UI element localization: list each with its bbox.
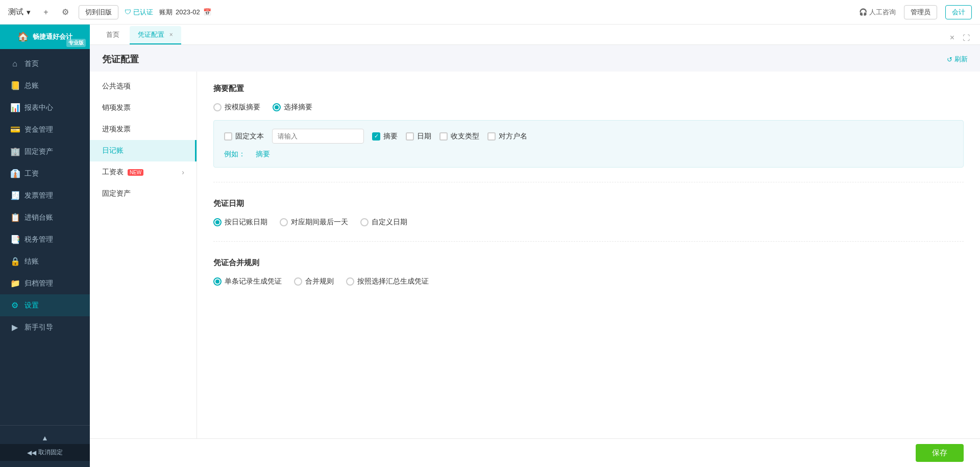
sidebar-item-label: 进销台账 [24, 213, 53, 222]
close-period-icon: 🔒 [10, 256, 19, 266]
sidebar-item-label: 资金管理 [24, 125, 53, 134]
sidebar-item-label: 税务管理 [24, 235, 53, 244]
sidebar-item-asset[interactable]: 🏢 固定资产 [0, 141, 90, 162]
calendar-icon[interactable]: 📅 [203, 8, 211, 16]
sidebar-logo: 🏠 畅捷通好会计 专业版 [0, 25, 90, 49]
certified-badge: 🛡 已认证 [125, 8, 153, 17]
template-summary-radio-circle [213, 103, 222, 111]
sidebar-bottom: ▲ ◀◀ 取消固定 [0, 425, 90, 467]
project-name: 测试 [8, 7, 23, 17]
merge-section: 凭证合并规则 单条记录生成凭证 合并规则 [213, 258, 964, 300]
period-info: 账期 2023-02 📅 [159, 8, 211, 17]
settings-icon[interactable]: ⚙ [58, 5, 72, 19]
sidebar-item-home[interactable]: ⌂ 首页 [0, 53, 90, 75]
sidebar-item-label: 固定资产 [24, 147, 53, 156]
bottom-bar: 保存 [90, 438, 980, 467]
merge-rule-radio[interactable]: 合并规则 [294, 277, 334, 286]
sidebar-item-label: 首页 [24, 59, 39, 68]
sidebar-item-archive[interactable]: 📁 归档管理 [0, 272, 90, 294]
date-section: 凭证日期 按日记账日期 对应期间最后一天 [213, 199, 964, 242]
switch-old-button[interactable]: 切到旧版 [79, 5, 118, 19]
voucher-inner: 公共选项 销项发票 进项发票 日记账 工资表 NEW [90, 72, 980, 438]
custom-date-radio[interactable]: 自定义日期 [360, 218, 407, 227]
sidebar-item-ledger[interactable]: 📒 总账 [0, 75, 90, 97]
topbar: 测试 ▾ + ⚙ 切到旧版 🛡 已认证 账期 2023-02 📅 🎧 人工咨询 … [0, 0, 980, 25]
merge-radio-group: 单条记录生成凭证 合并规则 按照选择汇总生成凭证 [213, 277, 964, 286]
chevron-icon: › [182, 168, 184, 176]
fixed-text-checkbox[interactable]: 固定文本 [224, 132, 264, 141]
add-button[interactable]: + [39, 5, 53, 19]
accountant-button[interactable]: 会计 [945, 5, 972, 19]
settings-sidebar-icon: ⚙ [10, 300, 19, 310]
sidebar-item-label: 工资 [24, 169, 39, 178]
example-label: 例如： [224, 150, 246, 159]
example-row: 例如： 摘要 [224, 150, 953, 159]
tab-bar-controls: × ⛶ [948, 31, 972, 44]
wage-icon: 👔 [10, 169, 19, 178]
new-badge: NEW [128, 169, 143, 176]
tab-voucher-config[interactable]: 凭证配置 × [130, 26, 181, 44]
single-record-radio[interactable]: 单条记录生成凭证 [213, 277, 282, 286]
date-checkbox[interactable]: 日期 [406, 132, 431, 141]
select-summary-radio[interactable]: 选择摘要 [273, 103, 312, 112]
counterparty-checkbox-box [487, 132, 496, 141]
fund-icon: 💳 [10, 125, 19, 134]
refresh-button[interactable]: ↺ 刷新 [947, 55, 968, 64]
counterparty-checkbox[interactable]: 对方户名 [487, 132, 527, 141]
select-merge-radio[interactable]: 按照选择汇总生成凭证 [346, 277, 429, 286]
summary-title: 摘要配置 [213, 84, 964, 94]
refresh-icon: ↺ [947, 56, 952, 63]
fixed-text-checkbox-box [224, 132, 232, 141]
merge-title: 凭证合并规则 [213, 258, 964, 268]
save-button[interactable]: 保存 [916, 444, 964, 462]
config-area: 摘要配置 按模版摘要 选择摘要 [197, 72, 980, 438]
sidebar-scroll-up[interactable]: ▲ [0, 432, 90, 444]
left-menu-payroll[interactable]: 工资表 NEW › [90, 161, 197, 183]
sidebar-item-guide[interactable]: ▶ 新手引导 [0, 316, 90, 338]
left-menu-sale-invoice[interactable]: 销项发票 [90, 97, 197, 119]
tab-home[interactable]: 首页 [98, 26, 128, 44]
fixed-text-input[interactable] [272, 129, 364, 144]
unpin-icon: ◀◀ [27, 449, 36, 456]
payment-type-checkbox[interactable]: 收支类型 [439, 132, 479, 141]
sidebar-item-wage[interactable]: 👔 工资 [0, 162, 90, 184]
project-selector[interactable]: 测试 ▾ [8, 7, 31, 17]
sidebar-item-trade[interactable]: 📋 进销台账 [0, 206, 90, 228]
tax-icon: 📑 [10, 235, 19, 244]
service-button[interactable]: 🎧 人工咨询 [859, 8, 896, 17]
template-summary-radio[interactable]: 按模版摘要 [213, 103, 260, 112]
period-last-radio[interactable]: 对应期间最后一天 [280, 218, 348, 227]
left-menu-public[interactable]: 公共选项 [90, 76, 197, 97]
archive-icon: 📁 [10, 278, 19, 288]
cancel-fixed-button[interactable]: ◀◀ 取消固定 [0, 444, 90, 461]
custom-date-radio-circle [360, 218, 369, 226]
sidebar-nav: ⌂ 首页 📒 总账 📊 报表中心 💳 资金管理 🏢 固定资产 👔 工资 [0, 49, 90, 425]
sidebar-item-label: 结账 [24, 257, 39, 266]
admin-button[interactable]: 管理员 [904, 5, 937, 19]
asset-icon: 🏢 [10, 147, 19, 156]
left-menu: 公共选项 销项发票 进项发票 日记账 工资表 NEW [90, 72, 197, 438]
sidebar-item-settings[interactable]: ⚙ 设置 [0, 294, 90, 316]
sidebar-item-close[interactable]: 🔒 结账 [0, 250, 90, 272]
select-merge-radio-circle [346, 277, 354, 286]
sidebar-item-tax[interactable]: 📑 税务管理 [0, 228, 90, 250]
summary-sub-box: 固定文本 ✓ 摘要 日期 [213, 120, 964, 168]
tab-close-icon[interactable]: × [169, 31, 173, 38]
left-menu-purchase-invoice[interactable]: 进项发票 [90, 119, 197, 140]
left-menu-fixed-asset[interactable]: 固定资产 [90, 183, 197, 204]
sidebar-item-report[interactable]: 📊 报表中心 [0, 97, 90, 119]
tab-bar-close-button[interactable]: × [948, 31, 957, 44]
journal-date-radio[interactable]: 按日记账日期 [213, 218, 267, 227]
main-layout: 🏠 畅捷通好会计 专业版 ⌂ 首页 📒 总账 📊 报表中心 💳 资金管理 🏢 [0, 25, 980, 467]
left-menu-journal[interactable]: 日记账 [90, 140, 197, 161]
trade-icon: 📋 [10, 213, 19, 222]
sidebar-item-fund[interactable]: 💳 资金管理 [0, 119, 90, 141]
sidebar-item-label: 总账 [24, 81, 39, 90]
invoice-icon: 🧾 [10, 191, 19, 200]
content-area: 首页 凭证配置 × × ⛶ 凭证配置 ↺ 刷新 [90, 25, 980, 467]
tab-bar-expand-button[interactable]: ⛶ [961, 32, 972, 44]
report-icon: 📊 [10, 103, 19, 112]
topbar-actions: + ⚙ [39, 5, 72, 19]
sidebar-item-invoice[interactable]: 🧾 发票管理 [0, 184, 90, 206]
summary-checkbox[interactable]: ✓ 摘要 [372, 132, 398, 141]
